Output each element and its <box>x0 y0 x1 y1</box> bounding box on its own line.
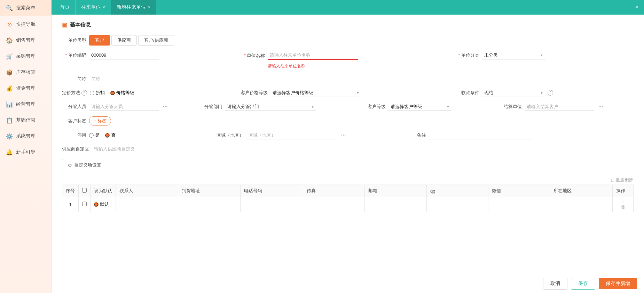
payment-terms-group: 收款条件 现结 ? <box>455 89 634 97</box>
pricing-price-level-radio[interactable] <box>110 91 115 95</box>
row-phone[interactable] <box>241 197 303 212</box>
disable-group: 停用 是 否 <box>62 132 217 138</box>
row-checkbox <box>79 197 91 212</box>
tab-partners[interactable]: 往来单位 × <box>76 0 111 15</box>
remark-input[interactable] <box>429 131 533 139</box>
close-all-tabs[interactable]: × <box>633 4 641 10</box>
section-header: ▣ 基本信息 <box>62 22 634 28</box>
row-delete-btn[interactable]: 🗑 <box>621 204 625 210</box>
customer-price-level-select[interactable]: 请选择客户价格等级 <box>270 89 361 97</box>
tab-partners-close[interactable]: × <box>103 5 105 10</box>
col-address: 到货地址 <box>178 185 241 197</box>
content-area: ▣ 基本信息 单位类型 客户 供应商 客户/供应商 * 单位编码 <box>52 15 644 274</box>
payment-terms-wrapper: 现结 <box>482 89 545 97</box>
table-select-all[interactable] <box>82 188 87 193</box>
cancel-button[interactable]: 取消 <box>543 278 567 290</box>
customer-level-label: 客户等级 <box>361 104 386 110</box>
customer-level-select[interactable]: 请选择客户等级 <box>388 103 451 111</box>
sidebar-item-finance[interactable]: 💰 资金管理 <box>0 80 51 96</box>
payment-terms-select[interactable]: 现结 <box>482 89 545 97</box>
supervisor-input[interactable] <box>89 103 159 111</box>
batch-delete-btn[interactable]: 批量删除 <box>615 177 634 183</box>
unit-name-input[interactable] <box>268 51 358 60</box>
unit-btn-both[interactable]: 客户/供应商 <box>138 35 174 46</box>
col-wechat: 微信 <box>488 185 550 197</box>
row-phone-input[interactable] <box>244 202 299 207</box>
pricing-help-icon[interactable]: ? <box>81 90 87 96</box>
abbr-input[interactable] <box>89 75 180 83</box>
row-email-input[interactable] <box>368 202 423 207</box>
pricing-method-label: 定价方法 ? <box>62 90 87 96</box>
disable-no-radio[interactable] <box>105 133 110 138</box>
row-contact-input[interactable] <box>119 202 174 207</box>
unit-code-group: * 单位编码 <box>62 51 241 59</box>
disable-label: 停用 <box>62 132 86 138</box>
department-select[interactable]: 请输入分管部门 <box>225 103 316 111</box>
row-address-input[interactable] <box>182 202 237 207</box>
custom-settings-button[interactable]: ⚙ 自定义项设置 <box>62 159 107 171</box>
sidebar-item-search[interactable]: 🔍 搜索菜单 <box>0 0 51 16</box>
row-qq-input[interactable] <box>430 202 485 207</box>
unit-btn-customer[interactable]: 客户 <box>89 35 110 46</box>
row-address[interactable] <box>178 197 241 212</box>
row-region-input[interactable] <box>553 202 609 207</box>
unit-btn-supplier[interactable]: 供应商 <box>111 35 137 46</box>
region-more-btn[interactable]: ··· <box>340 132 347 138</box>
pricing-radio-group: 折扣 价格等级 <box>90 90 134 96</box>
save-and-new-button[interactable]: 保存并新增 <box>599 278 637 289</box>
sidebar-item-sales[interactable]: 🏠 销售管理 <box>0 32 51 48</box>
row-contact[interactable] <box>116 197 178 212</box>
row-default-radio[interactable] <box>94 202 99 207</box>
sidebar-item-inventory[interactable]: 📦 库存核算 <box>0 64 51 80</box>
save-button[interactable]: 保存 <box>571 278 595 290</box>
unit-category-select[interactable]: 未分类 <box>482 51 545 59</box>
supervisor-more-btn[interactable]: ··· <box>162 104 169 110</box>
unit-code-input[interactable] <box>89 51 159 59</box>
unit-category-wrapper: 未分类 <box>482 51 545 59</box>
row-email[interactable] <box>365 197 427 212</box>
disable-yes-option[interactable]: 是 <box>89 132 100 138</box>
settings-gear-icon: ⚙ <box>68 163 72 168</box>
row-wechat[interactable] <box>488 197 550 212</box>
customer-level-group: 客户等级 请选择客户等级 <box>361 103 497 111</box>
unit-name-error: 请输入往来单位名称 <box>268 63 305 69</box>
disable-no-option[interactable]: 否 <box>105 132 116 138</box>
row-fax[interactable] <box>303 197 365 212</box>
sidebar-item-system[interactable]: ⚙️ 系统管理 <box>0 128 51 144</box>
disable-radio-group: 是 否 <box>89 132 116 138</box>
pricing-price-level-option[interactable]: 价格等级 <box>110 90 134 96</box>
sidebar-item-guide[interactable]: 🔔 新手引导 <box>0 144 51 160</box>
region-group: 区域（地区） ··· <box>217 131 402 139</box>
row-actions: + 🗑 <box>612 197 633 212</box>
row-seq: 1 <box>62 197 79 212</box>
add-tag-button[interactable]: + 标签 <box>89 116 111 125</box>
settlement-unit-input[interactable] <box>525 103 594 111</box>
tab-new-partner-close[interactable]: × <box>148 5 150 10</box>
row-wechat-input[interactable] <box>492 202 547 207</box>
row-add-btn[interactable]: + <box>622 199 625 204</box>
abbr-row: 简称 <box>62 75 634 83</box>
row-qq[interactable] <box>427 197 488 212</box>
pricing-discount-option[interactable]: 折扣 <box>90 90 105 96</box>
tab-home[interactable]: 首页 <box>54 0 76 15</box>
settlement-unit-more-btn[interactable]: ··· <box>597 104 604 110</box>
pricing-discount-radio[interactable] <box>90 91 94 95</box>
row-region[interactable] <box>550 197 613 212</box>
inventory-icon: 📦 <box>6 68 13 76</box>
sidebar-item-basic[interactable]: 📋 基础信息 <box>0 112 51 128</box>
row-fax-input[interactable] <box>307 202 361 207</box>
customer-tag-row: 客户标签 + 标签 <box>62 116 634 125</box>
abbr-label: 简称 <box>62 76 86 82</box>
sidebar-item-quick-nav[interactable]: ⊙ 快捷导航 <box>0 16 51 32</box>
disable-yes-radio[interactable] <box>89 133 94 138</box>
unit-name-label: * 单位名称 <box>241 52 265 59</box>
remark-group: 备注 <box>402 131 634 139</box>
row-check[interactable] <box>82 202 87 206</box>
payment-terms-help-icon[interactable]: ? <box>548 90 553 96</box>
tab-new-partner[interactable]: 新增往来单位 × <box>111 0 156 15</box>
region-input[interactable] <box>246 131 337 139</box>
system-icon: ⚙️ <box>6 132 13 140</box>
sidebar-item-purchase[interactable]: 🛒 采购管理 <box>0 48 51 64</box>
sidebar-item-operations[interactable]: 📊 经营管理 <box>0 96 51 112</box>
supplier-custom-input[interactable] <box>92 145 182 153</box>
